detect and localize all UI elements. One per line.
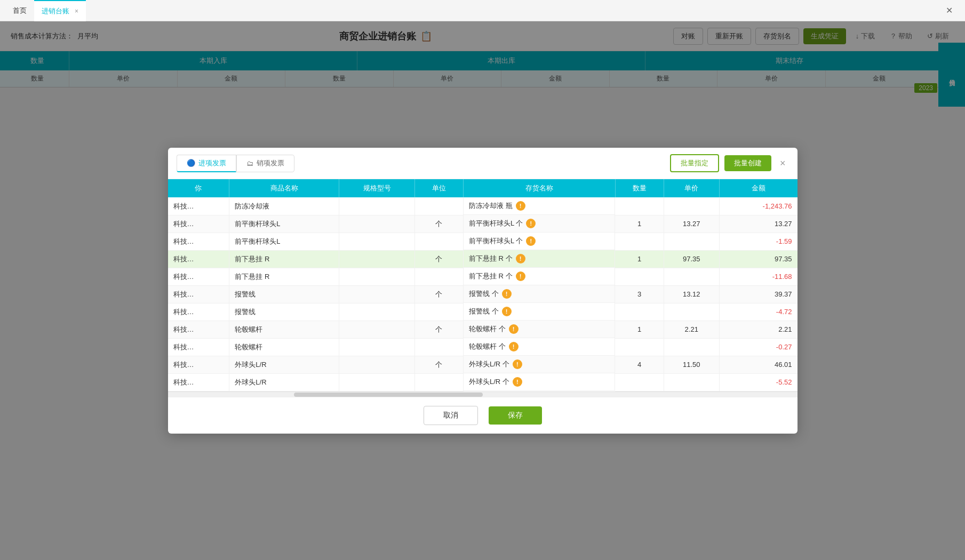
purchase-invoice-icon: 🔵 [187, 159, 195, 167]
cell-spec [339, 268, 415, 285]
cell-inventory: 前下悬挂 R 个! [464, 268, 615, 285]
cell-inventory: 轮毂螺杆 个! [464, 338, 615, 356]
cell-unit: 个 [414, 215, 463, 233]
cancel-button[interactable]: 取消 [424, 406, 478, 425]
tab-sales-invoice[interactable]: 🗂 销项发票 [236, 155, 294, 172]
cell-unit [414, 233, 463, 250]
cell-qty [615, 197, 664, 215]
col-header-inventory-name: 存货名称 [463, 179, 615, 197]
cell-qty [615, 268, 664, 285]
warning-icon: ! [516, 271, 525, 281]
save-button[interactable]: 保存 [489, 406, 542, 425]
table-row[interactable]: 科技…前下悬挂 R前下悬挂 R 个!-11.68 [168, 268, 797, 285]
home-tab[interactable]: 首页 [5, 0, 34, 21]
modal-dialog: 🔵 进项发票 🗂 销项发票 批量指定 批量创建 × [168, 148, 797, 434]
col-header-amount: 金额 [719, 179, 797, 197]
cell-unit: 个 [414, 321, 463, 338]
cell-price [664, 338, 719, 356]
cell-amount: 39.37 [719, 285, 797, 303]
cell-amount: 13.27 [719, 215, 797, 233]
cell-price [664, 373, 719, 391]
col-header-entity: 你 [168, 179, 229, 197]
cell-amount: 46.01 [719, 356, 797, 373]
warning-icon: ! [516, 201, 525, 211]
cell-price [664, 303, 719, 321]
cell-entity: 科技… [168, 215, 229, 233]
modal-header-actions: 批量指定 批量创建 × [670, 154, 789, 172]
cell-unit [414, 373, 463, 391]
table-row[interactable]: 科技…报警线报警线 个!-4.72 [168, 303, 797, 321]
batch-create-button[interactable]: 批量创建 [724, 155, 771, 171]
modal-header: 🔵 进项发票 🗂 销项发票 批量指定 批量创建 × [168, 148, 797, 179]
warning-icon: ! [513, 377, 522, 387]
table-row[interactable]: 科技…报警线个报警线 个!313.1239.37 [168, 285, 797, 303]
cell-unit [414, 268, 463, 285]
cell-product-name: 报警线 [229, 303, 339, 321]
cell-qty: 4 [615, 356, 664, 373]
cell-unit: 个 [414, 356, 463, 373]
cell-price: 2.21 [664, 321, 719, 338]
tab-purchase-invoice[interactable]: 🔵 进项发票 [177, 155, 236, 172]
scrollbar-thumb[interactable] [294, 393, 483, 397]
cell-product-name: 防冻冷却液 [229, 197, 339, 215]
cell-amount: -1,243.76 [719, 197, 797, 215]
cell-spec [339, 321, 415, 338]
cell-qty [615, 338, 664, 356]
horizontal-scrollbar[interactable] [168, 391, 797, 397]
cell-amount: -4.72 [719, 303, 797, 321]
warning-icon: ! [526, 236, 536, 246]
cell-amount: -1.59 [719, 233, 797, 250]
warning-icon: ! [502, 307, 512, 316]
cell-entity: 科技… [168, 233, 229, 250]
batch-assign-button[interactable]: 批量指定 [670, 154, 719, 172]
cell-inventory: 前平衡杆球头L 个! [464, 215, 615, 233]
cell-qty: 1 [615, 250, 664, 268]
cell-price: 13.27 [664, 215, 719, 233]
sales-invoice-label: 销项发票 [257, 158, 284, 168]
warning-icon: ! [509, 324, 519, 334]
cell-spec [339, 356, 415, 373]
cell-price [664, 233, 719, 250]
cell-spec [339, 250, 415, 268]
cell-spec [339, 233, 415, 250]
table-row[interactable]: 科技…外球头L/R外球头L/R 个!-5.52 [168, 373, 797, 391]
modal-close-button[interactable]: × [777, 157, 789, 170]
table-row[interactable]: 科技…前下悬挂 R个前下悬挂 R 个!197.3597.35 [168, 250, 797, 268]
cell-product-name: 外球头L/R [229, 373, 339, 391]
cell-product-name: 轮毂螺杆 [229, 338, 339, 356]
table-row[interactable]: 科技…外球头L/R个外球头L/R 个!411.5046.01 [168, 356, 797, 373]
cell-spec [339, 285, 415, 303]
table-row[interactable]: 科技…前平衡杆球头L个前平衡杆球头L 个!113.2713.27 [168, 215, 797, 233]
cell-entity: 科技… [168, 321, 229, 338]
cell-product-name: 前平衡杆球头L [229, 233, 339, 250]
cell-amount: 97.35 [719, 250, 797, 268]
modal-table-wrapper: 你 商品名称 规格型号 单位 存货名称 数量 单价 金额 科技…防冻冷却液防冻冷… [168, 179, 797, 391]
cell-spec [339, 197, 415, 215]
col-header-spec: 规格型号 [339, 179, 415, 197]
cell-qty: 1 [615, 215, 664, 233]
cell-spec [339, 303, 415, 321]
cell-amount: -11.68 [719, 268, 797, 285]
cell-amount: 2.21 [719, 321, 797, 338]
col-header-qty: 数量 [615, 179, 664, 197]
cell-inventory: 报警线 个! [464, 303, 615, 321]
cell-entity: 科技… [168, 338, 229, 356]
cell-unit: 个 [414, 285, 463, 303]
tab-close-icon[interactable]: × [75, 7, 78, 15]
table-row[interactable]: 科技…前平衡杆球头L前平衡杆球头L 个!-1.59 [168, 233, 797, 250]
table-row[interactable]: 科技…轮毂螺杆个轮毂螺杆 个!12.212.21 [168, 321, 797, 338]
cell-entity: 科技… [168, 356, 229, 373]
warning-icon: ! [516, 254, 525, 263]
table-row[interactable]: 科技…防冻冷却液防冻冷却液 瓶!-1,243.76 [168, 197, 797, 215]
col-header-product-name: 商品名称 [229, 179, 339, 197]
window-close-button[interactable]: ✕ [938, 0, 960, 21]
warning-icon: ! [513, 359, 522, 369]
cell-unit [414, 303, 463, 321]
cell-price: 13.12 [664, 285, 719, 303]
cell-qty: 1 [615, 321, 664, 338]
cell-inventory: 前平衡杆球头L 个! [464, 233, 615, 250]
cell-inventory: 报警线 个! [464, 285, 615, 303]
active-tab[interactable]: 进销台账 × [34, 0, 86, 21]
cell-entity: 科技… [168, 197, 229, 215]
table-row[interactable]: 科技…轮毂螺杆轮毂螺杆 个!-0.27 [168, 338, 797, 356]
